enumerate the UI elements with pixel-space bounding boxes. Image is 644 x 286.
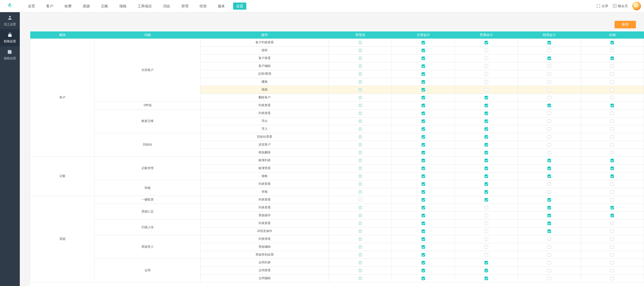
checkbox[interactable] [485,269,488,272]
checkbox[interactable] [422,182,425,186]
checkbox[interactable] [548,96,551,99]
checkbox[interactable] [548,112,551,115]
checkbox[interactable] [485,253,488,257]
checkbox[interactable] [610,190,614,194]
checkbox[interactable] [610,214,614,217]
checkbox[interactable] [610,49,614,52]
fullscreen-button[interactable]: 全屏 [597,4,608,8]
checkbox[interactable] [422,174,425,178]
checkbox[interactable] [422,190,425,194]
checkbox[interactable] [610,41,614,44]
checkbox[interactable] [422,151,425,154]
checkbox[interactable] [485,151,488,154]
checkbox[interactable] [548,190,551,194]
checkbox[interactable] [548,198,551,202]
checkbox[interactable] [485,159,488,162]
checkbox[interactable] [610,167,614,170]
checkbox[interactable] [485,214,488,217]
checkbox[interactable] [610,206,614,209]
checkbox[interactable] [548,237,551,241]
checkbox[interactable] [422,167,425,170]
checkbox[interactable] [422,229,425,233]
checkbox[interactable] [610,112,614,115]
checkbox[interactable] [610,182,614,186]
checkbox[interactable] [422,159,425,162]
checkbox[interactable] [548,41,551,44]
checkbox[interactable] [548,174,551,178]
checkbox[interactable] [548,206,551,209]
checkbox[interactable] [422,57,425,60]
checkbox[interactable] [548,88,551,92]
checkbox[interactable] [485,49,488,52]
checkbox[interactable] [485,229,488,233]
checkbox[interactable] [485,143,488,147]
checkbox[interactable] [422,112,425,115]
checkbox[interactable] [548,167,551,170]
checkbox[interactable] [610,261,614,264]
checkbox[interactable] [548,135,551,139]
checkbox[interactable] [610,229,614,233]
checkbox[interactable] [485,167,488,170]
checkbox[interactable] [422,64,425,68]
checkbox[interactable] [422,206,425,209]
checkbox[interactable] [610,104,614,107]
checkbox[interactable] [610,135,614,139]
checkbox[interactable] [610,277,614,280]
permission-table-wrap[interactable]: 模块功能操作管理员主管会计普通会计助理会计出纳 客户全部客户客户列表查看授权客户… [30,31,644,286]
checkbox[interactable] [422,88,425,92]
checkbox[interactable] [610,159,614,162]
checkbox[interactable] [548,57,551,60]
checkbox[interactable] [610,245,614,249]
topnav-item-10[interactable]: 服务 [212,0,231,12]
checkbox[interactable] [422,261,425,264]
checkbox[interactable] [610,57,614,60]
checkbox[interactable] [610,64,614,68]
checkbox[interactable] [485,182,488,186]
checkbox[interactable] [610,174,614,178]
checkbox[interactable] [422,96,425,99]
checkbox[interactable] [422,269,425,272]
checkbox[interactable] [485,119,488,123]
checkbox[interactable] [548,127,551,131]
checkbox[interactable] [485,277,488,280]
checkbox[interactable] [485,135,488,139]
checkbox[interactable] [485,127,488,131]
checkbox[interactable] [422,237,425,241]
checkbox[interactable] [485,198,488,202]
checkbox[interactable] [485,57,488,60]
topnav-item-11[interactable]: 设置 [233,3,246,10]
checkbox[interactable] [548,222,551,225]
checkbox[interactable] [485,222,488,225]
topnav-item-0[interactable]: 首页 [22,0,41,12]
checkbox[interactable] [485,245,488,249]
topnav-item-4[interactable]: 记账 [95,0,114,12]
checkbox[interactable] [485,72,488,76]
checkbox[interactable] [485,112,488,115]
sidebar-item-perm[interactable]: 权限设置 [0,29,20,46]
topnav-item-7[interactable]: 消息 [157,0,176,12]
checkbox[interactable] [422,277,425,280]
checkbox[interactable] [610,253,614,257]
checkbox[interactable] [422,127,425,131]
checkbox[interactable] [422,245,425,249]
checkbox[interactable] [485,104,488,107]
checkbox[interactable] [610,143,614,147]
topnav-item-2[interactable]: 收费 [59,0,77,12]
checkbox[interactable] [610,72,614,76]
checkbox[interactable] [485,41,488,44]
checkbox[interactable] [548,245,551,249]
checkbox[interactable] [610,151,614,154]
checkbox[interactable] [548,269,551,272]
checkbox[interactable] [548,182,551,186]
checkbox[interactable] [422,49,425,52]
checkbox[interactable] [485,206,488,209]
checkbox[interactable] [485,80,488,84]
topnav-item-8[interactable]: 管理 [176,0,194,12]
checkbox[interactable] [422,80,425,84]
checkbox[interactable] [548,64,551,68]
checkbox[interactable] [485,174,488,178]
checkbox[interactable] [610,96,614,99]
checkbox[interactable] [548,261,551,264]
topnav-item-5[interactable]: 报税 [114,0,132,12]
checkbox[interactable] [422,253,425,257]
